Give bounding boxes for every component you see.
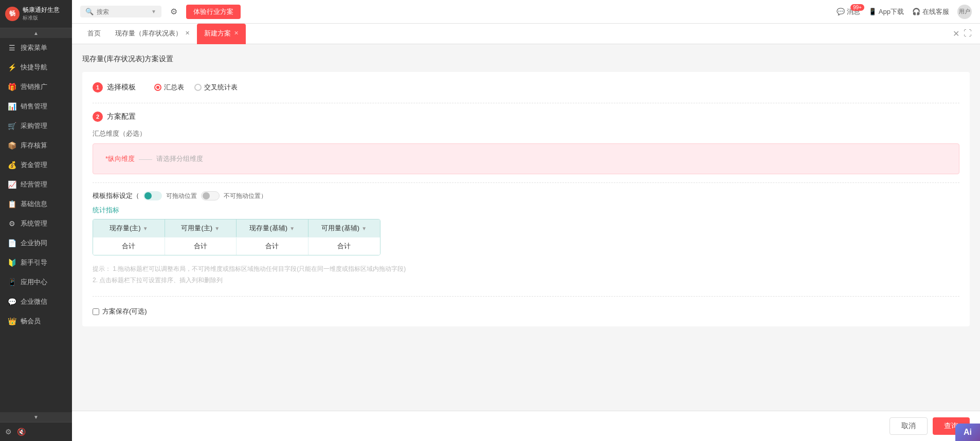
stats-table: 现存量(主) ▼ 可用量(主) ▼ 现存量(基辅) ▼ 可用量(基辅)	[93, 219, 380, 255]
sidebar-item-quick-nav[interactable]: ⚡ 快捷导航	[0, 58, 72, 77]
sidebar-item-search-menu[interactable]: ☰ 搜索菜单	[0, 38, 72, 58]
stats-col-1-header[interactable]: 现存量(主) ▼	[93, 219, 165, 237]
dimension-label: 汇总维度（必选）	[93, 129, 959, 138]
tab-new-plan[interactable]: 新建方案 ✕	[197, 24, 246, 44]
app-download-link[interactable]: 📱 App下载	[868, 7, 904, 16]
cancel-button[interactable]: 取消	[890, 417, 928, 435]
sidebar-item-enterprise[interactable]: 📄 企业协同	[0, 233, 72, 253]
gear-icon[interactable]: ⚙	[167, 5, 181, 19]
sidebar-item-member[interactable]: 👑 畅会员	[0, 311, 72, 331]
dimension-dash: ——	[139, 155, 152, 163]
tab-home[interactable]: 首页	[80, 24, 108, 44]
sidebar-item-label: 畅会员	[21, 317, 41, 326]
app-download-label: App下载	[879, 7, 904, 16]
section1-num: 1	[93, 82, 103, 93]
wechat-icon: 💬	[7, 297, 16, 306]
sidebar-item-basic-info[interactable]: 📋 基础信息	[0, 194, 72, 214]
indicator-setting: 模板指标设定（ 可拖动位置 不可拖动位置）	[93, 191, 959, 200]
avatar[interactable]: 用户	[957, 5, 972, 19]
close-window-icon[interactable]: ✕	[953, 29, 959, 39]
sidebar-item-label: 应用中心	[21, 278, 47, 287]
sidebar-scroll-up[interactable]: ▲	[0, 28, 72, 38]
ai-button[interactable]: Ai	[955, 424, 980, 441]
stats-col-2-header[interactable]: 可用量(主) ▼	[165, 219, 237, 237]
save-checkbox-row: 方案保存(可选)	[93, 307, 959, 316]
sidebar-item-label: 库存核算	[21, 141, 47, 150]
newbie-icon: 🔰	[7, 258, 16, 267]
stats-table-body: 合计 合计 合计 合计	[93, 237, 380, 255]
stats-col-4-label: 可用量(基辅)	[321, 224, 359, 233]
online-service-link[interactable]: 🎧 在线客服	[912, 7, 949, 16]
divider2	[93, 182, 959, 183]
indicator-drag-toggle[interactable]	[143, 191, 162, 200]
sidebar-item-label: 快捷导航	[21, 63, 47, 72]
sidebar-item-label: 新手引导	[21, 258, 47, 267]
search-menu-icon: ☰	[7, 43, 16, 52]
stats-col-3-header[interactable]: 现存量(基辅) ▼	[237, 219, 308, 237]
radio-cross[interactable]: 交叉统计表	[194, 83, 238, 92]
brand-icon: 畅	[5, 7, 20, 21]
divider1	[93, 103, 959, 103]
home-label: 首页	[87, 29, 101, 38]
settings-card: 1 选择模板 汇总表 交叉统计表	[82, 72, 970, 326]
sidebar-item-marketing[interactable]: 🎁 营销推广	[0, 77, 72, 97]
stats-section-label: 统计指标	[93, 206, 959, 215]
sidebar-item-purchase[interactable]: 🛒 采购管理	[0, 116, 72, 136]
tabbar-actions: ✕ ⛶	[953, 29, 972, 39]
industry-plan-button[interactable]: 体验行业方案	[186, 5, 241, 19]
tip-2: 2. 点击标题栏下拉可设置排序、插入列和删除列	[93, 275, 959, 286]
dimension-placeholder: 请选择分组维度	[156, 154, 203, 163]
sidebar-item-finance[interactable]: 💰 资金管理	[0, 155, 72, 175]
sidebar-item-wechat[interactable]: 💬 企业微信	[0, 292, 72, 311]
search-box[interactable]: 🔍 ▼	[80, 6, 161, 17]
sidebar-item-label: 资金管理	[21, 160, 47, 170]
stats-cell-4: 合计	[308, 237, 380, 255]
search-input[interactable]	[97, 8, 148, 15]
tab-inventory-close[interactable]: ✕	[185, 30, 190, 36]
expand-icon[interactable]: ⛶	[964, 29, 972, 39]
section-template: 1 选择模板 汇总表 交叉统计表	[93, 82, 959, 93]
system-icon: ⚙	[7, 219, 16, 228]
save-checkbox-label[interactable]: 方案保存(可选)	[102, 307, 147, 316]
brand: 畅 畅康通好生意 标准版	[0, 0, 72, 28]
radio-summary[interactable]: 汇总表	[154, 83, 184, 92]
save-checkbox-input[interactable]	[93, 308, 99, 315]
sidebar-scroll-down[interactable]: ▼	[0, 412, 72, 422]
basic-info-icon: 📋	[7, 199, 16, 209]
sidebar-item-inventory[interactable]: 📦 库存核算	[0, 136, 72, 155]
bottom-bar: 取消 查询	[72, 411, 980, 441]
headset-icon: 🎧	[912, 8, 920, 15]
purchase-icon: 🛒	[7, 121, 16, 131]
indicator-nodrag-toggle[interactable]	[201, 191, 220, 200]
message-count: 99+	[850, 4, 864, 11]
sidebar-item-newbie[interactable]: 🔰 新手引导	[0, 253, 72, 272]
stats-table-header: 现存量(主) ▼ 可用量(主) ▼ 现存量(基辅) ▼ 可用量(基辅)	[93, 219, 380, 237]
sidebar-item-sales[interactable]: 📊 销售管理	[0, 97, 72, 116]
sidebar-item-system[interactable]: ⚙ 系统管理	[0, 214, 72, 233]
message-badge[interactable]: 💬 消息 99+	[837, 7, 860, 16]
tabbar: 首页 现存量（库存状况表） ✕ 新建方案 ✕ ✕ ⛶	[72, 24, 980, 44]
tab-inventory-status[interactable]: 现存量（库存状况表） ✕	[108, 24, 197, 44]
dimension-zone[interactable]: *纵向维度 —— 请选择分组维度	[93, 143, 959, 174]
content-area: 现存量(库存状况表)方案设置 1 选择模板 汇总表 交叉统计表	[72, 44, 980, 411]
dimension-required: *纵向维度	[105, 154, 135, 163]
inventory-icon: 📦	[7, 141, 16, 150]
brand-name: 畅康通好生意	[23, 6, 60, 14]
enterprise-icon: 📄	[7, 238, 16, 248]
mobile-icon: 📱	[868, 8, 877, 15]
indicator-setting-label: 模板指标设定（ 可拖动位置 不可拖动位置）	[93, 191, 959, 200]
stats-col-4-header[interactable]: 可用量(基辅) ▼	[308, 219, 380, 237]
settings-icon[interactable]: ⚙	[5, 428, 12, 436]
topbar: 🔍 ▼ ⚙ 体验行业方案 💬 消息 99+ 📱 App下载 🎧 在线客服 用户	[72, 0, 980, 24]
stats-col-3-chevron: ▼	[289, 226, 295, 231]
sidebar-item-label: 销售管理	[21, 102, 47, 111]
sound-icon[interactable]: 🔇	[17, 428, 26, 436]
sidebar-item-app-center[interactable]: 📱 应用中心	[0, 272, 72, 292]
sidebar-item-operations[interactable]: 📈 经营管理	[0, 175, 72, 194]
tab-inventory-label: 现存量（库存状况表）	[115, 29, 182, 38]
sales-icon: 📊	[7, 102, 16, 111]
app-center-icon: 📱	[7, 278, 16, 287]
tab-new-plan-close[interactable]: ✕	[234, 30, 239, 36]
sidebar-item-label: 企业微信	[21, 297, 47, 306]
member-icon: 👑	[7, 317, 16, 326]
